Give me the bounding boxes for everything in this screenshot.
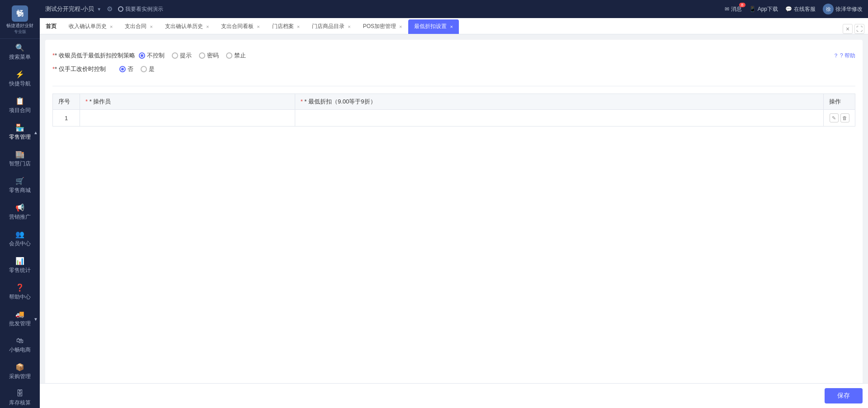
page-content: ** 收银员低于最低折扣控制策略 不控制 提示 密码 — [45, 40, 863, 386]
username: 徐泽华修改 — [835, 5, 863, 13]
sidebar-item-label: 帮助中心 — [9, 293, 31, 301]
tab-store-archive[interactable]: 门店档案 × — [266, 19, 306, 34]
tab-home-label: 首页 — [46, 23, 57, 30]
sidebar-item-wholesale[interactable]: 🚚 批发管理 ▼ — [0, 305, 40, 332]
sidebar-item-label: 零售管理 — [9, 133, 31, 141]
th-actions: 操作 — [824, 94, 855, 110]
sidebar-item-label: 快捷导航 — [9, 80, 31, 88]
project-chevron-icon: ▼ — [97, 7, 101, 12]
radio-unchecked-icon — [172, 52, 178, 59]
tab-close-icon[interactable]: × — [150, 24, 152, 29]
online-service-button[interactable]: 💬 在线客服 — [785, 5, 816, 13]
app-download-button[interactable]: 📱 App下载 — [749, 5, 778, 13]
radio-unchecked-icon — [199, 52, 205, 59]
tab-close-icon[interactable]: × — [348, 24, 350, 29]
delete-icon-button[interactable]: 🗑 — [840, 113, 849, 122]
marketing-icon: 📢 — [15, 203, 24, 212]
manual-option-no[interactable]: 否 — [119, 65, 133, 73]
tab-close-icon[interactable]: × — [450, 24, 453, 29]
quicknav-icon: ⚡ — [15, 70, 24, 79]
wholesale-icon: 🚚 — [15, 310, 24, 319]
policy-option-forbid[interactable]: 禁止 — [226, 52, 246, 60]
demo-button[interactable]: 我要看实例演示 — [118, 5, 163, 13]
expand-icon: ⛶ — [856, 25, 863, 33]
sidebar-item-xiaochangec[interactable]: 🛍 小畅电商 — [0, 332, 40, 358]
tab-pos-encrypt[interactable]: POS加密管理 × — [357, 19, 408, 34]
table-header-row: 序号 * * 操作员 * * 最低折扣（9.00等于9折） — [53, 94, 855, 110]
manual-radio-group: 否 是 — [119, 65, 155, 73]
sidebar-item-search[interactable]: 🔍 搜索菜单 — [0, 39, 40, 66]
online-service-icon: 💬 — [785, 6, 792, 12]
sidebar-item-purchase[interactable]: 📦 采购管理 — [0, 358, 40, 385]
sidebar-item-label: 零售商城 — [9, 187, 31, 194]
logo-text: 畅捷通好业财 — [6, 23, 33, 29]
tab-label: 支出确认单历史 — [165, 23, 203, 30]
sidebar-item-inventory[interactable]: 🗄 库存核算 — [0, 385, 40, 408]
xiaochangec-icon: 🛍 — [16, 337, 24, 345]
help-icon: ❓ — [15, 283, 24, 292]
tab-expense-history[interactable]: 支出确认单历史 × — [159, 19, 215, 34]
radio-unchecked-icon — [226, 52, 232, 59]
project-selector[interactable]: 测试分开完程-小贝 ▼ — [45, 5, 101, 13]
policy-option-label: 提示 — [180, 52, 192, 60]
policy-option-password[interactable]: 密码 — [199, 52, 219, 60]
tab-close-icon[interactable]: × — [206, 24, 209, 29]
sidebar-item-smartstore[interactable]: 🏬 智慧门店 — [0, 145, 40, 172]
manual-option-label: 否 — [127, 65, 133, 73]
sidebar-item-member[interactable]: 👥 会员中心 — [0, 225, 40, 252]
sidebar-item-label: 搜索菜单 — [9, 53, 31, 61]
radio-checked-icon — [119, 66, 126, 72]
action-icons: ✎ 🗑 — [829, 113, 849, 122]
policy-option-label: 密码 — [207, 52, 219, 60]
tabs-actions: × ⛶ — [839, 24, 868, 34]
message-button[interactable]: ✉ 消息 8 — [725, 5, 742, 13]
sidebar-item-ecommerce-retail[interactable]: 🛒 零售商城 — [0, 172, 40, 199]
manual-row: ** 仅手工改价时控制 否 是 — [52, 65, 855, 73]
radio-unchecked-icon — [141, 66, 147, 72]
sidebar-item-label: 库存核算 — [9, 399, 31, 407]
sidebar-item-label: 项目合同 — [9, 107, 31, 114]
tab-close-icon[interactable]: × — [297, 24, 300, 29]
tab-expense-board[interactable]: 支出合同看板 × — [215, 19, 265, 34]
tab-min-discount[interactable]: 最低折扣设置 × — [408, 19, 458, 34]
sidebar: 畅 畅捷通好业财 专业版 🔍 搜索菜单 ⚡ 快捷导航 📋 项目合同 🏪 零售管理… — [0, 0, 40, 408]
sidebar-item-retail-stats[interactable]: 📊 零售统计 — [0, 252, 40, 279]
sidebar-item-project[interactable]: 📋 项目合同 — [0, 92, 40, 119]
page-footer: 保存 — [40, 383, 868, 408]
sidebar-item-help[interactable]: ❓ 帮助中心 — [0, 279, 40, 305]
sidebar-item-marketing[interactable]: 📢 营销推广 — [0, 199, 40, 225]
tab-expand-button[interactable]: ⛶ — [854, 24, 864, 34]
search-icon: 🔍 — [15, 43, 24, 52]
tab-store-products[interactable]: 门店商品目录 × — [306, 19, 356, 34]
user-menu[interactable]: 徐 徐泽华修改 — [823, 4, 863, 14]
tab-close-icon[interactable]: × — [399, 24, 402, 29]
tab-income-history[interactable]: 收入确认单历史 × — [63, 19, 118, 34]
help-link[interactable]: ？ ? 帮助 — [833, 52, 855, 60]
sidebar-item-label: 营销推广 — [9, 213, 31, 221]
policy-option-hint[interactable]: 提示 — [172, 52, 192, 60]
save-button[interactable]: 保存 — [825, 388, 863, 403]
sidebar-item-label: 智慧门店 — [9, 160, 31, 168]
topbar: 测试分开完程-小贝 ▼ ⚙ 我要看实例演示 ✉ 消息 8 📱 App下载 💬 在… — [40, 0, 868, 18]
tab-close-icon[interactable]: × — [110, 24, 113, 29]
edit-icon-button[interactable]: ✎ — [830, 113, 839, 122]
sidebar-item-retail[interactable]: 🏪 零售管理 ▲ — [0, 119, 40, 145]
tab-label: 支出合同看板 — [221, 23, 254, 30]
manual-option-yes[interactable]: 是 — [141, 65, 155, 73]
sidebar-item-label: 会员中心 — [9, 240, 31, 248]
app-download-icon: 📱 — [749, 6, 756, 12]
retail-arrow-icon: ▲ — [33, 130, 38, 135]
tab-contract[interactable]: 支出合同 × — [119, 19, 158, 34]
discount-table: 序号 * * 操作员 * * 最低折扣（9.00等于9折） — [52, 94, 855, 127]
policy-label: ** 收银员低于最低折扣控制策略 — [52, 52, 135, 60]
sidebar-item-quicknav[interactable]: ⚡ 快捷导航 — [0, 66, 40, 92]
manual-option-label: 是 — [149, 65, 155, 73]
tab-label: 门店档案 — [272, 23, 294, 30]
policy-option-nocontrol[interactable]: 不控制 — [139, 52, 165, 60]
help-label: ? 帮助 — [840, 52, 855, 60]
tab-close-icon[interactable]: × — [257, 24, 259, 29]
topbar-settings-icon[interactable]: ⚙ — [107, 5, 113, 13]
tab-close-all-button[interactable]: × — [843, 24, 853, 34]
tab-home[interactable]: 首页 — [40, 19, 62, 34]
th-seq: 序号 — [53, 94, 80, 110]
